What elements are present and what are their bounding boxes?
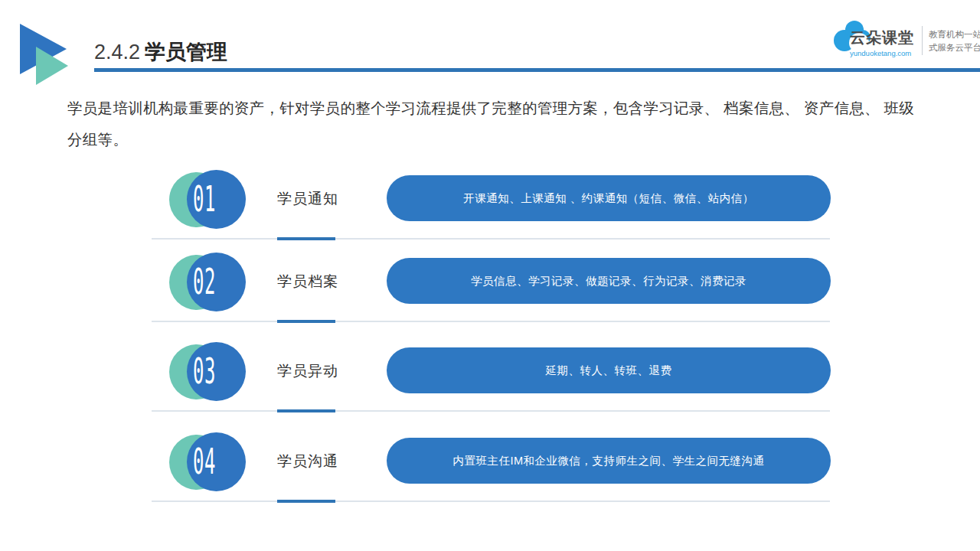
page-title: 2.4.2学员管理: [94, 38, 227, 66]
brand-tagline: 教育机构一站 式服务云平台: [929, 28, 980, 54]
row-number: 02: [193, 261, 216, 302]
row-description-pill: 延期、转人、转班、退费: [387, 347, 831, 393]
brand-name: 云朵课堂: [850, 28, 926, 48]
row-divider-accent: [277, 409, 335, 412]
row-description-pill: 内置班主任IM和企业微信，支持师生之间、学生之间无缝沟通: [387, 438, 831, 484]
intro-paragraph: 学员是培训机构最重要的资产，针对学员的整个学习流程提供了完整的管理方案，包含学习…: [67, 93, 929, 155]
row-label: 学员沟通: [266, 452, 350, 471]
row-divider-accent: [277, 500, 335, 503]
row-number: 03: [193, 350, 216, 392]
section-number: 2.4.2: [94, 41, 140, 64]
row-label: 学员异动: [266, 361, 350, 381]
section-title: 学员管理: [145, 41, 227, 64]
row-divider-accent: [277, 237, 335, 240]
brand-tagline-line2: 式服务云平台: [929, 41, 980, 54]
row-divider: [152, 321, 830, 322]
feature-row-change: 03 学员异动 延期、转人、转班、退费: [151, 342, 831, 416]
brand-tagline-line1: 教育机构一站: [929, 28, 980, 41]
brand-block: 云朵课堂 yunduoketang.com: [850, 28, 926, 57]
row-number: 01: [193, 178, 216, 220]
brand-domain: yunduoketang.com: [850, 49, 926, 57]
title-underline: [94, 68, 980, 72]
row-divider: [152, 500, 830, 502]
row-divider-accent: [277, 320, 335, 323]
row-divider: [152, 238, 830, 240]
row-divider: [152, 410, 830, 412]
row-description-pill: 学员信息、学习记录、做题记录、行为记录、消费记录: [387, 258, 831, 304]
feature-row-archive: 02 学员档案 学员信息、学习记录、做题记录、行为记录、消费记录: [151, 253, 831, 326]
row-label: 学员档案: [266, 272, 350, 292]
row-number: 04: [193, 441, 216, 482]
feature-row-communication: 04 学员沟通 内置班主任IM和企业微信，支持师生之间、学生之间无缝沟通: [151, 432, 831, 506]
logo-separator: [922, 26, 923, 55]
row-label: 学员通知: [266, 189, 350, 209]
feature-row-notify: 01 学员通知 开课通知、上课通知 、约课通知（短信、微信、站内信）: [151, 170, 831, 243]
row-description-pill: 开课通知、上课通知 、约课通知（短信、微信、站内信）: [387, 175, 831, 221]
